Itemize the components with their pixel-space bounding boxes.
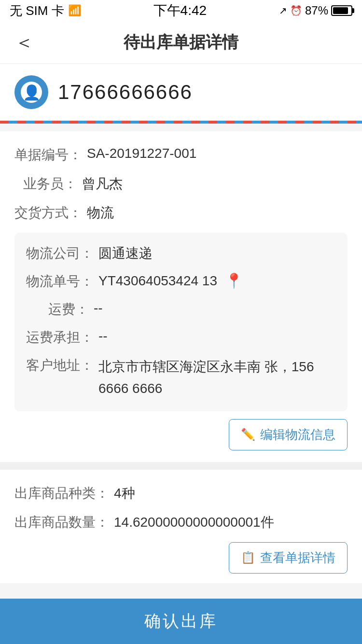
- user-phone: 17666666666: [58, 81, 193, 104]
- confirm-outbound-button[interactable]: 确认出库: [144, 610, 218, 632]
- logistics-tracking-value: YT43064053424 13 📍: [98, 272, 243, 289]
- document-number-value: SA-20191227-001: [87, 146, 348, 161]
- freight-bearer-row: 运费承担： --: [26, 328, 336, 347]
- goods-quantity-label: 出库商品数量：: [14, 513, 109, 532]
- freight-bearer-value: --: [98, 328, 336, 344]
- status-right: ↗ ⏰ 87%: [279, 4, 352, 17]
- person-icon: 👤: [23, 84, 41, 101]
- edit-logistics-button[interactable]: ✏️ 编辑物流信息: [229, 419, 348, 450]
- document-number-label: 单据编号：: [14, 146, 82, 164]
- status-left: 无 SIM 卡 📶: [10, 2, 81, 19]
- section-divider: [0, 462, 362, 470]
- map-pin-icon[interactable]: 📍: [225, 272, 243, 289]
- freight-value: --: [94, 300, 336, 316]
- avatar-inner: 👤: [21, 82, 42, 103]
- view-details-btn-container: 📋 查看单据详情: [14, 542, 348, 574]
- logistics-tracking-label: 物流单号：: [26, 272, 94, 291]
- carrier-label: 无 SIM 卡: [10, 2, 64, 19]
- avatar: 👤: [14, 75, 48, 109]
- goods-types-label: 出库商品种类：: [14, 484, 109, 503]
- battery-fill: [333, 7, 348, 14]
- salesman-row: 业务员： 曾凡杰: [14, 175, 348, 193]
- goods-section: 出库商品种类： 4种 出库商品数量： 14.62000000000000001件…: [0, 470, 362, 583]
- goods-types-row: 出库商品种类： 4种: [14, 484, 348, 503]
- freight-row: 运费： --: [26, 300, 336, 319]
- address-label: 客户地址：: [26, 356, 94, 375]
- salesman-value: 曾凡杰: [82, 175, 348, 193]
- freight-bearer-label: 运费承担：: [26, 328, 94, 347]
- alarm-icon: ⏰: [290, 5, 302, 16]
- battery-percent: 87%: [305, 4, 328, 17]
- wifi-icon: 📶: [68, 4, 81, 17]
- goods-types-value: 4种: [114, 484, 348, 503]
- goods-quantity-row: 出库商品数量： 14.62000000000000001件: [14, 513, 348, 532]
- edit-logistics-label: 编辑物流信息: [260, 426, 335, 443]
- status-bar: 无 SIM 卡 📶 下午4:42 ↗ ⏰ 87%: [0, 0, 362, 21]
- salesman-label: 业务员：: [14, 175, 77, 193]
- logistics-company-row: 物流公司： 圆通速递: [26, 244, 336, 263]
- edit-icon: ✏️: [241, 428, 255, 441]
- delivery-row: 交货方式： 物流: [14, 204, 348, 222]
- time-label: 下午4:42: [153, 1, 207, 20]
- tracking-number: YT43064053424 13: [98, 273, 217, 289]
- delivery-value: 物流: [87, 204, 348, 222]
- view-details-label: 查看单据详情: [260, 549, 335, 566]
- view-details-button[interactable]: 📋 查看单据详情: [229, 542, 348, 574]
- battery-indicator: [331, 5, 352, 16]
- logistics-company-value: 圆通速递: [98, 244, 336, 263]
- logistics-company-label: 物流公司：: [26, 244, 94, 263]
- address-row: 客户地址： 北京市市辖区海淀区永丰南 张，156 6666 6666: [26, 356, 336, 400]
- user-header: 👤 17666666666: [0, 64, 362, 121]
- goods-quantity-value: 14.62000000000000001件: [114, 513, 348, 532]
- nav-bar: ＜ 待出库单据详情: [0, 21, 362, 64]
- edit-logistics-btn-container: ✏️ 编辑物流信息: [14, 419, 348, 450]
- logistics-card: 物流公司： 圆通速递 物流单号： YT43064053424 13 📍 运费： …: [14, 233, 348, 411]
- address-value: 北京市市辖区海淀区永丰南 张，156 6666 6666: [98, 356, 336, 400]
- delivery-label: 交货方式：: [14, 204, 82, 222]
- list-icon: 📋: [241, 551, 255, 564]
- freight-label: 运费：: [26, 300, 89, 319]
- location-status-icon: ↗: [279, 5, 287, 16]
- document-number-row: 单据编号： SA-20191227-001: [14, 146, 348, 164]
- dashed-divider: [0, 121, 362, 124]
- document-info-section: 单据编号： SA-20191227-001 业务员： 曾凡杰 交货方式： 物流 …: [0, 131, 362, 462]
- page-title: 待出库单据详情: [124, 31, 238, 54]
- back-button[interactable]: ＜: [14, 29, 34, 56]
- confirm-btn-container: 确认出库: [0, 599, 362, 644]
- logistics-tracking-row: 物流单号： YT43064053424 13 📍: [26, 272, 336, 291]
